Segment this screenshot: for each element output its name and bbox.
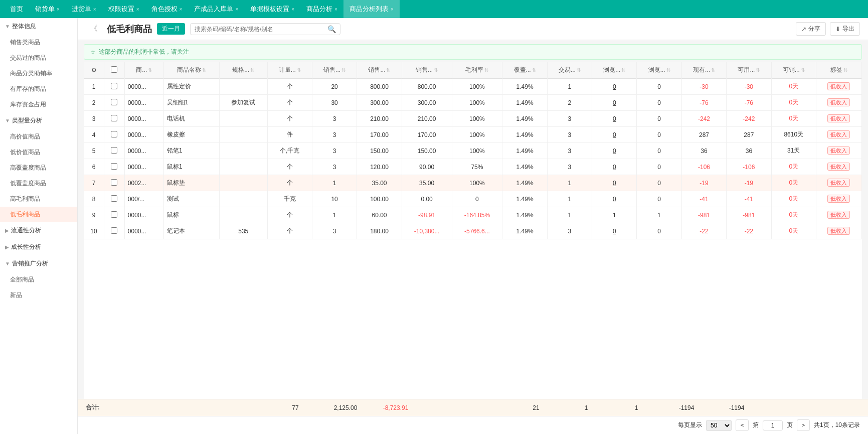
search-input[interactable] — [195, 26, 327, 33]
row-name[interactable]: 测试 — [163, 191, 219, 207]
nav-close-icon[interactable]: × — [136, 7, 139, 12]
row-name[interactable]: 鼠标 — [163, 207, 219, 223]
sidebar-item-high-coverage[interactable]: 高覆盖度商品 — [0, 160, 77, 176]
row-name[interactable]: 属性定价 — [163, 79, 219, 95]
row-views1[interactable]: 0 — [592, 127, 637, 143]
sidebar-item-low-value[interactable]: 低价值商品 — [0, 144, 77, 160]
sidebar-item-sales-products[interactable]: 销售类商品 — [0, 35, 77, 50]
row-select-checkbox[interactable] — [111, 131, 117, 137]
nav-product-analysis-list[interactable]: 商品分析列表 × — [343, 0, 400, 18]
row-checkbox[interactable] — [104, 143, 125, 159]
row-name[interactable]: 笔记本 — [163, 223, 219, 239]
row-views1[interactable]: 0 — [592, 79, 637, 95]
col-unit[interactable]: 计量...⇅ — [267, 62, 312, 79]
share-button[interactable]: ↗ 分享 — [796, 22, 826, 36]
row-select-checkbox[interactable] — [111, 99, 117, 105]
col-spec[interactable]: 规格...⇅ — [219, 62, 267, 79]
nav-close-icon[interactable]: × — [93, 7, 96, 12]
prev-page-button[interactable]: ＜ — [736, 419, 749, 431]
col-code[interactable]: 商...⇅ — [124, 62, 163, 79]
col-available-stock[interactable]: 可用...⇅ — [727, 62, 771, 79]
col-name[interactable]: 商品名称⇅ — [163, 62, 219, 79]
sidebar-group-liquidity[interactable]: ▶ 流通性分析 — [0, 222, 77, 239]
nav-role-auth[interactable]: 角色授权 × — [145, 0, 189, 18]
row-views1[interactable]: 0 — [592, 95, 637, 111]
date-filter-button[interactable]: 近一月 — [157, 23, 185, 35]
sidebar-item-new-products[interactable]: 新品 — [0, 287, 77, 303]
row-name[interactable]: 鼠标垫 — [163, 175, 219, 191]
row-views1[interactable]: 0 — [592, 159, 637, 175]
sidebar-group-type-analysis[interactable]: ▼ 类型量分析 — [0, 112, 77, 129]
col-tag[interactable]: 标签⇅ — [816, 62, 861, 79]
row-views1[interactable]: 0 — [592, 223, 637, 239]
col-sales-profit[interactable]: 销售...⇅ — [402, 62, 452, 79]
per-page-select[interactable]: 50 100 200 — [706, 420, 732, 431]
col-settings[interactable]: ⚙ — [84, 62, 104, 79]
nav-product-analysis[interactable]: 商品分析 × — [300, 0, 343, 18]
search-icon[interactable]: 🔍 — [327, 25, 336, 33]
nav-sales-order[interactable]: 销货单 × — [29, 0, 66, 18]
sidebar-item-inventory-capital[interactable]: 库存资金占用 — [0, 97, 77, 112]
row-checkbox[interactable] — [104, 191, 125, 207]
col-transactions[interactable]: 交易...⇅ — [547, 62, 592, 79]
col-checkbox[interactable] — [104, 62, 125, 79]
row-select-checkbox[interactable] — [111, 211, 117, 218]
row-select-checkbox[interactable] — [111, 227, 117, 234]
col-coverage[interactable]: 覆盖...⇅ — [502, 62, 547, 79]
col-sales-qty[interactable]: 销售...⇅ — [312, 62, 357, 79]
row-name[interactable]: 橡皮擦 — [163, 127, 219, 143]
row-select-checkbox[interactable] — [111, 195, 117, 202]
nav-close-icon[interactable]: × — [391, 7, 394, 12]
sidebar-item-category-sales-rate[interactable]: 商品分类助销率 — [0, 66, 77, 81]
col-current-stock[interactable]: 现有...⇅ — [681, 62, 726, 79]
row-select-checkbox[interactable] — [111, 83, 117, 89]
nav-close-icon[interactable]: × — [235, 7, 238, 12]
select-all-checkbox[interactable] — [111, 66, 117, 73]
row-select-checkbox[interactable] — [111, 179, 117, 186]
next-page-button[interactable]: ＞ — [797, 419, 810, 431]
row-views1[interactable]: 1 — [592, 207, 637, 223]
row-name[interactable]: 吴细细1 — [163, 95, 219, 111]
sidebar-item-high-margin[interactable]: 高毛利商品 — [0, 191, 77, 207]
sidebar-item-low-coverage[interactable]: 低覆盖度商品 — [0, 176, 77, 191]
sidebar-group-marketing[interactable]: ▼ 营销推广分析 — [0, 255, 77, 272]
row-checkbox[interactable] — [104, 127, 125, 143]
row-views1[interactable]: 0 — [592, 111, 637, 127]
export-button[interactable]: ⬇ 导出 — [830, 22, 860, 36]
col-gross-margin[interactable]: 毛利率⇅ — [452, 62, 502, 79]
nav-home[interactable]: 首页 — [4, 0, 29, 18]
row-checkbox[interactable] — [104, 159, 125, 175]
nav-close-icon[interactable]: × — [291, 7, 294, 12]
row-name[interactable]: 电话机 — [163, 111, 219, 127]
col-views2[interactable]: 浏览...⇅ — [637, 62, 681, 79]
row-checkbox[interactable] — [104, 223, 125, 239]
row-checkbox[interactable] — [104, 79, 125, 95]
row-checkbox[interactable] — [104, 175, 125, 191]
sidebar-item-in-stock-products[interactable]: 有库存的商品 — [0, 81, 77, 97]
page-number-input[interactable] — [763, 420, 783, 430]
nav-permission-settings[interactable]: 权限设置 × — [102, 0, 145, 18]
row-checkbox[interactable] — [104, 111, 125, 127]
nav-close-icon[interactable]: × — [180, 7, 183, 12]
sidebar-item-traded-products[interactable]: 交易过的商品 — [0, 50, 77, 66]
col-views1[interactable]: 浏览...⇅ — [592, 62, 637, 79]
sidebar-group-overall-info[interactable]: ▼ 整体信息 — [0, 18, 77, 35]
nav-product-inbound[interactable]: 产成品入库单 × — [188, 0, 244, 18]
row-views1[interactable]: 0 — [592, 191, 637, 207]
sidebar-collapse-button[interactable]: 《 — [86, 24, 102, 34]
col-sales-amount[interactable]: 销售...⇅ — [357, 62, 402, 79]
row-name[interactable]: 铅笔1 — [163, 143, 219, 159]
row-views1[interactable]: 0 — [592, 143, 637, 159]
row-checkbox[interactable] — [104, 207, 125, 223]
nav-close-icon[interactable]: × — [334, 7, 337, 12]
row-checkbox[interactable] — [104, 95, 125, 111]
row-select-checkbox[interactable] — [111, 163, 117, 170]
nav-close-icon[interactable]: × — [57, 7, 60, 12]
row-select-checkbox[interactable] — [111, 115, 117, 121]
table-container[interactable]: ⚙ 商...⇅ 商品名称⇅ 规格...⇅ 计量...⇅ 销售...⇅ 销售...… — [84, 62, 862, 399]
row-name[interactable]: 鼠标1 — [163, 159, 219, 175]
row-views1[interactable]: 0 — [592, 175, 637, 191]
row-select-checkbox[interactable] — [111, 147, 117, 154]
nav-purchase-order[interactable]: 进货单 × — [66, 0, 102, 18]
sidebar-item-low-margin[interactable]: 低毛利商品 — [0, 207, 77, 222]
